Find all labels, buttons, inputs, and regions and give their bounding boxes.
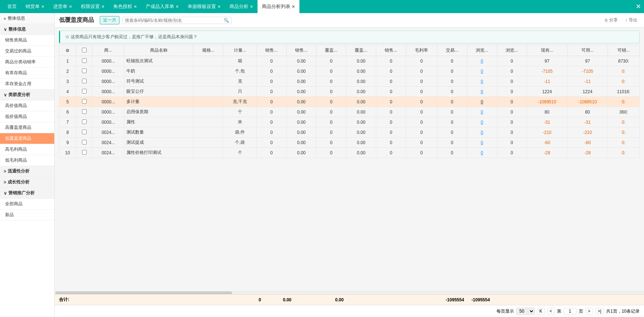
sidebar-item-all-products[interactable]: 全部商品 — [0, 199, 54, 210]
col-gross-rate[interactable]: 毛利率 — [406, 45, 437, 56]
page-number-input[interactable] — [564, 308, 577, 314]
sidebar-section-cluster-title[interactable]: ∨ 类群度分析 — [0, 90, 54, 100]
settings-icon[interactable]: ⚙ — [66, 48, 70, 53]
nav-sales[interactable]: 销货单 ✕ — [21, 0, 49, 13]
sidebar-item-stock-capital[interactable]: 库存资金占用 — [0, 79, 54, 90]
close-icon[interactable]: ✕ — [292, 0, 295, 13]
sidebar-collapse-btn[interactable]: « 整体信息 — [0, 13, 54, 24]
close-icon[interactable]: ✕ — [69, 0, 72, 13]
cell-browse1[interactable]: 0 — [467, 66, 497, 76]
prev-page-button[interactable]: < — [547, 308, 555, 314]
row-checkbox[interactable] — [82, 109, 87, 114]
col-settings[interactable]: ⚙ — [59, 45, 76, 56]
close-icon[interactable]: ✕ — [134, 0, 137, 13]
horizontal-scrollbar[interactable] — [55, 291, 644, 294]
col-sales-qty[interactable]: 销售... — [256, 45, 286, 56]
close-icon[interactable]: ✕ — [41, 0, 44, 13]
search-icon[interactable]: 🔍 — [224, 18, 229, 23]
share-button[interactable]: ⎘ 分享 — [603, 16, 620, 24]
cell-checkbox[interactable] — [76, 56, 93, 66]
nav-templates[interactable]: 单据模板设置 ✕ — [183, 0, 225, 13]
col-sellable[interactable]: 可销... — [608, 45, 640, 56]
cell-browse1[interactable]: 0 — [467, 107, 497, 117]
cell-current: -28 — [527, 148, 567, 158]
col-browse1[interactable]: 浏览... — [467, 45, 497, 56]
nav-home[interactable]: 首页 — [3, 0, 21, 13]
col-available[interactable]: 可用... — [567, 45, 608, 56]
row-checkbox[interactable] — [82, 79, 87, 83]
per-page-select[interactable]: 50 100 200 — [516, 308, 535, 315]
cell-checkbox[interactable] — [76, 148, 93, 158]
first-page-button[interactable]: K — [537, 308, 545, 314]
col-spec[interactable]: 规格... — [193, 45, 223, 56]
sidebar-item-category-turnover[interactable]: 商品分类动销率 — [0, 57, 54, 68]
col-transaction[interactable]: 交易... — [437, 45, 467, 56]
cell-checkbox[interactable] — [76, 76, 93, 87]
col-browse2[interactable]: 浏览... — [497, 45, 527, 56]
row-checkbox[interactable] — [82, 119, 87, 124]
col-coverage2[interactable]: 覆盖... — [346, 45, 376, 56]
sidebar-item-low-value[interactable]: 低价值商品 — [0, 111, 54, 122]
cell-checkbox[interactable] — [76, 107, 93, 117]
sidebar-section-liquidity-title[interactable]: > 流通性分析 — [0, 166, 54, 177]
filter-period-button[interactable]: 近一月 — [100, 16, 119, 24]
row-checkbox[interactable] — [82, 89, 87, 94]
row-checkbox[interactable] — [82, 99, 87, 104]
sidebar-item-traded-products[interactable]: 交易过的商品 — [0, 46, 54, 57]
sidebar-item-high-coverage[interactable]: 高覆盖度商品 — [0, 122, 54, 133]
window-close-button[interactable]: ✕ — [636, 3, 641, 11]
sidebar-item-low-coverage[interactable]: 低覆盖度商品 — [0, 133, 54, 144]
last-page-button[interactable]: >| — [595, 308, 604, 314]
row-checkbox[interactable] — [82, 58, 87, 63]
row-checkbox[interactable] — [82, 150, 87, 155]
col-unit[interactable]: 计量... — [223, 45, 256, 56]
export-button[interactable]: ↑ 导出 — [623, 16, 640, 24]
cell-browse1[interactable]: 0 — [467, 97, 497, 107]
table-container[interactable]: ⚙ 商... 商品名称 规格... 计量... 销售... 销售... 覆盖..… — [55, 45, 644, 291]
col-sales-amt[interactable]: 销售... — [286, 45, 316, 56]
cell-browse1[interactable]: 0 — [467, 138, 497, 148]
nav-permissions[interactable]: 权限设置 ✕ — [76, 0, 109, 13]
cell-browse1[interactable]: 0 — [467, 87, 497, 97]
sidebar-item-low-margin[interactable]: 低毛利商品 — [0, 155, 54, 166]
cell-browse1[interactable]: 0 — [467, 127, 497, 138]
cell-browse1[interactable]: 0 — [467, 148, 497, 158]
nav-roles[interactable]: 角色授权 ✕ — [109, 0, 141, 13]
col-name[interactable]: 商品名称 — [124, 45, 193, 56]
row-checkbox[interactable] — [82, 68, 87, 73]
nav-product-analysis[interactable]: 商品分析 ✕ — [225, 0, 258, 13]
search-input[interactable] — [125, 18, 224, 23]
cell-checkbox[interactable] — [76, 66, 93, 76]
cell-checkbox[interactable] — [76, 87, 93, 97]
next-page-button[interactable]: > — [585, 308, 593, 314]
cell-browse1[interactable]: 0 — [467, 56, 497, 66]
sidebar-section-marketing-title[interactable]: ∨ 营销推广分析 — [0, 188, 54, 199]
cell-checkbox[interactable] — [76, 97, 93, 107]
cell-checkbox[interactable] — [76, 117, 93, 127]
sidebar-section-overview-title[interactable]: ∨ 整体信息 — [0, 24, 54, 35]
col-coverage1[interactable]: 覆盖... — [316, 45, 346, 56]
cell-browse1[interactable]: 0 — [467, 76, 497, 87]
close-icon[interactable]: ✕ — [250, 0, 253, 13]
nav-purchase[interactable]: 进货单 ✕ — [49, 0, 76, 13]
nav-product-analysis-list[interactable]: 商品分析列表 ✕ — [258, 0, 299, 13]
cell-browse1[interactable]: 0 — [467, 117, 497, 127]
select-all-checkbox[interactable] — [82, 48, 87, 52]
col-code[interactable]: 商... — [93, 45, 124, 56]
sidebar-item-in-stock[interactable]: 有库存商品 — [0, 68, 54, 79]
sidebar-item-new-products[interactable]: 新品 — [0, 210, 54, 221]
sidebar-item-high-value[interactable]: 高价值商品 — [0, 100, 54, 111]
cell-checkbox[interactable] — [76, 127, 93, 138]
row-checkbox[interactable] — [82, 130, 87, 134]
nav-finished-goods[interactable]: 产成品入库单 ✕ — [141, 0, 183, 13]
sidebar-item-sales-products[interactable]: 销售类商品 — [0, 35, 54, 46]
sidebar-section-growth-title[interactable]: > 成长性分析 — [0, 177, 54, 188]
col-sales-count[interactable]: 销售... — [376, 45, 406, 56]
cell-checkbox[interactable] — [76, 138, 93, 148]
sidebar-item-high-margin[interactable]: 高毛利商品 — [0, 144, 54, 155]
row-checkbox[interactable] — [82, 140, 87, 144]
close-icon[interactable]: ✕ — [217, 0, 221, 13]
close-icon[interactable]: ✕ — [176, 0, 179, 13]
col-current[interactable]: 现有... — [527, 45, 567, 56]
close-icon[interactable]: ✕ — [101, 0, 105, 13]
